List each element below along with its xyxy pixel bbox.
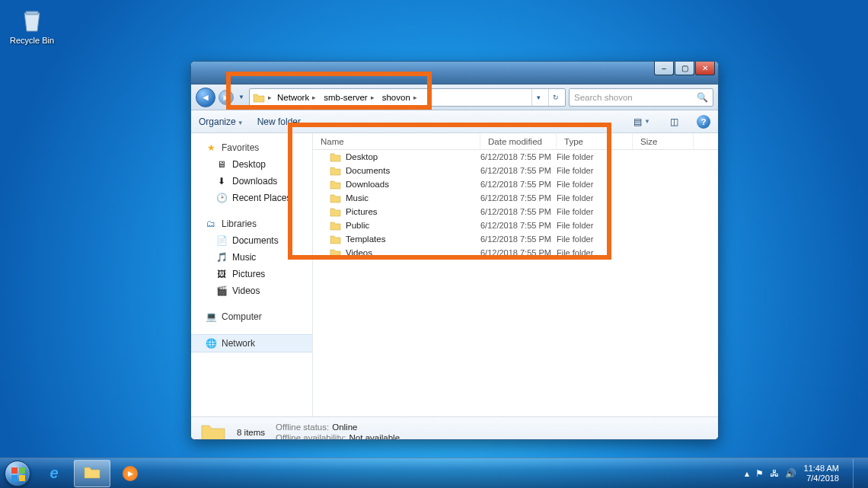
status-offline-avail-label: Offline availability: [276,433,346,441]
chevron-right-icon: ▸ [413,94,417,101]
taskbar-explorer-button[interactable] [74,460,110,487]
nav-back-button[interactable]: ◄ [196,88,215,107]
file-date: 6/12/2018 7:55 PM [480,221,557,230]
explorer-window: – ▢ ✕ ◄ ► ▼ ▸ Network▸ smb-server▸ shovo… [190,61,719,440]
titlebar[interactable]: – ▢ ✕ [191,62,718,85]
file-name: Public [346,221,369,230]
file-date: 6/12/2018 7:55 PM [480,180,557,189]
ie-icon: e [49,464,58,482]
address-dropdown-button[interactable]: ▾ [531,89,545,106]
sidebar-item-pictures[interactable]: 🖼Pictures [191,266,312,282]
computer-icon: 💻 [205,311,217,323]
taskbar: e ▶ ▴ ⚑ 🖧 🔊 11:48 AM 7/4/2018 [0,458,868,488]
network-tray-icon[interactable]: 🖧 [770,468,779,479]
folder-icon [330,193,341,203]
desktop-icon: 🖥 [215,158,228,171]
folder-icon [253,92,265,103]
file-type: File folder [557,207,633,216]
minimize-button[interactable]: – [654,62,674,75]
libraries-icon: 🗂 [205,218,217,230]
folder-icon [200,421,226,441]
column-header-type[interactable]: Type [557,133,633,149]
nav-forward-button[interactable]: ► [219,90,234,105]
show-desktop-button[interactable] [853,459,860,488]
file-row[interactable]: Music6/12/2018 7:55 PMFile folder [313,191,718,205]
status-item-count: 8 items [237,428,265,437]
file-row[interactable]: Templates6/12/2018 7:55 PMFile folder [313,232,718,246]
search-placeholder: Search shovon [574,93,633,102]
windows-logo-icon [5,461,30,486]
sidebar-computer[interactable]: 💻Computer [191,308,312,325]
desktop-icon-recycle-bin[interactable]: Recycle Bin [9,4,55,45]
file-type: File folder [557,180,633,189]
folder-icon [330,152,341,162]
file-type: File folder [557,221,633,230]
breadcrumb-segment[interactable]: shovon▸ [380,93,420,102]
music-icon: 🎵 [215,251,228,263]
file-row[interactable]: Videos6/12/2018 7:55 PMFile folder [313,246,718,260]
file-row[interactable]: Pictures6/12/2018 7:55 PMFile folder [313,205,718,218]
chevron-right-icon: ▸ [312,94,316,101]
column-header-date[interactable]: Date modified [480,133,557,149]
videos-icon: 🎬 [215,285,228,297]
sidebar-favorites-header[interactable]: ★Favorites [191,139,312,156]
nav-history-dropdown[interactable]: ▼ [237,90,246,105]
folder-icon [330,180,341,190]
recycle-bin-icon [17,4,47,34]
sidebar-item-documents[interactable]: 📄Documents [191,232,312,249]
close-button[interactable]: ✕ [695,62,715,75]
view-options-button[interactable]: ▤▼ [633,113,651,130]
search-input[interactable]: Search shovon 🔍 [569,88,713,107]
sidebar-item-videos[interactable]: 🎬Videos [191,282,312,299]
network-icon: 🌐 [205,337,217,349]
chevron-right-icon: ▸ [371,94,375,101]
status-bar: 8 items Offline status: Online Offline a… [191,416,718,440]
file-row[interactable]: Desktop6/12/2018 7:55 PMFile folder [313,150,718,164]
breadcrumb-segment[interactable]: Network▸ [275,93,318,102]
clock-date: 7/4/2018 [804,474,839,483]
file-date: 6/12/2018 7:55 PM [480,152,557,161]
file-row[interactable]: Downloads6/12/2018 7:55 PMFile folder [313,177,718,191]
taskbar-clock[interactable]: 11:48 AM 7/4/2018 [804,464,839,483]
file-name: Pictures [346,207,378,216]
start-button[interactable] [0,458,34,489]
recent-icon: 🕑 [215,192,228,204]
pictures-icon: 🖼 [215,268,228,280]
action-center-icon[interactable]: ⚑ [755,468,764,479]
status-offline-status-label: Offline status: [276,423,329,432]
breadcrumb-segment[interactable]: smb-server▸ [321,93,377,102]
file-row[interactable]: Public6/12/2018 7:55 PMFile folder [313,218,718,232]
file-date: 6/12/2018 7:55 PM [480,207,557,216]
folder-icon [330,221,341,231]
sidebar-network[interactable]: 🌐Network [191,334,312,352]
file-date: 6/12/2018 7:55 PM [480,166,557,175]
file-type: File folder [557,193,633,203]
folder-icon [330,234,341,244]
folder-icon [330,248,341,258]
breadcrumb-label: shovon [382,93,410,102]
volume-icon[interactable]: 🔊 [785,468,796,479]
preview-pane-button[interactable]: ◫ [665,113,683,130]
organize-menu[interactable]: Organize▼ [199,116,244,127]
file-name: Music [346,193,369,203]
sidebar-item-music[interactable]: 🎵Music [191,249,312,266]
file-row[interactable]: Documents6/12/2018 7:55 PMFile folder [313,164,718,177]
new-folder-button[interactable]: New folder [257,116,301,127]
maximize-button[interactable]: ▢ [675,62,694,75]
tray-expand-icon[interactable]: ▴ [745,468,749,479]
taskbar-media-player-button[interactable]: ▶ [112,460,148,487]
folder-icon [330,207,341,217]
sidebar-item-desktop[interactable]: 🖥Desktop [191,156,312,173]
column-header-name[interactable]: Name [313,133,480,149]
file-date: 6/12/2018 7:55 PM [480,193,557,203]
file-type: File folder [557,152,633,161]
help-button[interactable]: ? [697,115,710,129]
sidebar-libraries-header[interactable]: 🗂Libraries [191,215,312,232]
taskbar-ie-button[interactable]: e [36,460,72,487]
sidebar-item-downloads[interactable]: ⬇Downloads [191,173,312,190]
refresh-button[interactable]: ↻ [548,89,562,106]
column-header-size[interactable]: Size [633,133,694,149]
file-date: 6/12/2018 7:55 PM [480,234,557,244]
sidebar-item-recent-places[interactable]: 🕑Recent Places [191,190,312,206]
address-bar[interactable]: ▸ Network▸ smb-server▸ shovon▸ ▾ ↻ [249,88,566,107]
